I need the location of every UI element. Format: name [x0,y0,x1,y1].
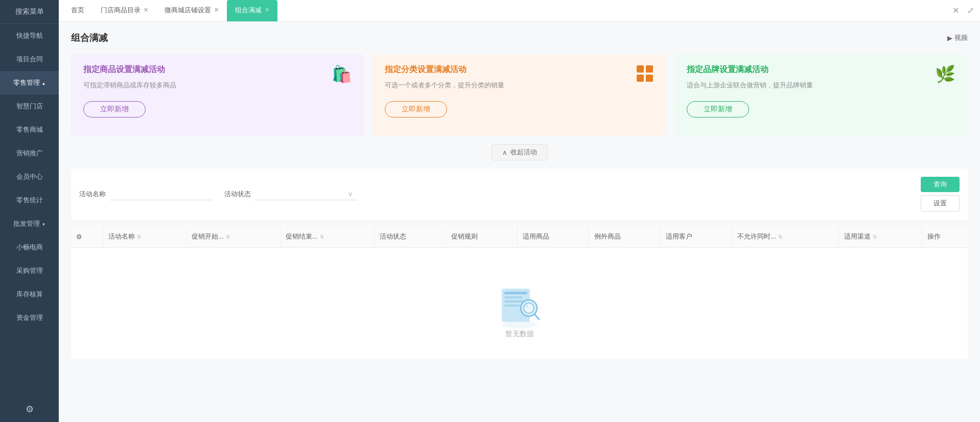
th-exception-goods-label: 例外商品 [594,232,621,240]
th-promo-rule: 促销规则 [446,226,517,248]
main-area: 首页 门店商品目录 ✕ 微商城店铺设置 ✕ 组合满减 ✕ ✕ ⤢ 组合满减 ▶ … [59,0,980,422]
video-label: 视频 [954,33,968,42]
sort-icon-activity-name: ⇅ [137,234,141,240]
th-applicable-customer-label: 适用客户 [666,232,692,240]
query-button[interactable]: 查询 [921,177,960,192]
card-product-title: 指定商品设置满减活动 [83,64,352,75]
card-category-desc: 可选一个或者多个分类，提升分类的销量 [385,80,654,91]
svg-line-12 [534,314,539,319]
th-applicable-goods: 适用商品 [517,226,589,248]
collapse-activities-btn[interactable]: ∧ 收起活动 [492,144,548,160]
table-body: 暂无数据 [71,248,968,360]
sort-icon-promo-end: ⇅ [320,234,324,240]
video-play-icon: ▶ [947,34,952,42]
sidebar: 搜索菜单 快捷导航 项目合同 零售管理 智慧门店 零售商城 营销推广 会员中心 … [0,0,59,422]
card-product-icon: 🛍️ [332,64,352,84]
filter-activity-status-label: 活动状态 [224,190,251,199]
svg-point-11 [524,303,534,313]
activities-table: ⚙ 活动名称 ⇅ 促销开始... ⇅ [71,226,968,359]
card-product: 指定商品设置满减活动 可指定滞销商品或库存较多商品 🛍️ 立即新增 [71,54,364,136]
sidebar-item-project-contract[interactable]: 项目合同 [0,48,59,71]
card-brand-desc: 适合与上游企业联合做营销，提升品牌销量 [687,80,955,91]
svg-rect-3 [646,75,653,82]
sidebar-item-marketing[interactable]: 营销推广 [0,142,59,165]
empty-state: 暂无数据 [71,248,968,359]
setting-button[interactable]: 设置 [921,195,960,212]
activity-name-input[interactable] [110,188,212,200]
content-area: 组合满减 ▶ 视频 指定商品设置满减活动 可指定滞销商品或库存较多商品 🛍️ 立… [59,21,980,422]
filter-activity-name: 活动名称 [79,188,212,200]
sidebar-item-capital-mgmt[interactable]: 资金管理 [0,306,59,330]
tab-store-catalog[interactable]: 门店商品目录 ✕ [92,0,156,21]
card-category-btn[interactable]: 立即新增 [385,101,447,118]
window-maximize-btn[interactable]: ⤢ [965,6,976,15]
th-promo-end[interactable]: 促销结束... ⇅ [280,226,374,248]
th-applicable-customer: 适用客户 [661,226,732,248]
th-activity-status: 活动状态 [374,226,446,248]
card-category: 指定分类设置满减活动 可选一个或者多个分类，提升分类的销量 立即新增 [372,54,666,136]
tab-combo-discount[interactable]: 组合满减 ✕ [227,0,277,21]
table-header-row: ⚙ 活动名称 ⇅ 促销开始... ⇅ [71,226,968,248]
sidebar-item-retail-mall[interactable]: 零售商城 [0,118,59,142]
table-container: ⚙ 活动名称 ⇅ 促销开始... ⇅ [71,226,968,359]
sort-icon-no-same-time: ⇅ [778,234,782,240]
svg-rect-8 [504,300,525,302]
tab-close-wechat-store[interactable]: ✕ [214,7,219,13]
activity-status-select[interactable]: ∨ [255,188,357,200]
window-close-btn[interactable]: ✕ [950,6,961,15]
card-category-icon [636,64,654,87]
filter-activity-status: 活动状态 ∨ [224,188,357,200]
empty-text: 暂无数据 [505,330,534,339]
sidebar-item-xiaochangec[interactable]: 小畅电商 [0,236,59,259]
page-header: 组合满减 ▶ 视频 [71,32,968,44]
th-exception-goods: 例外商品 [589,226,661,248]
video-link[interactable]: ▶ 视频 [947,33,968,42]
filter-activity-name-label: 活动名称 [79,190,106,199]
collapse-btn-label: 收起活动 [510,148,537,157]
card-brand-btn[interactable]: 立即新增 [687,101,749,118]
card-product-desc: 可指定滞销商品或库存较多商品 [83,80,352,91]
filter-row: 活动名称 活动状态 ∨ 查询 设置 [71,169,968,220]
sidebar-item-purchase-mgmt[interactable]: 采购管理 [0,259,59,283]
collapse-bar: ∧ 收起活动 [71,144,968,160]
th-operation-label: 操作 [927,232,941,240]
sidebar-item-retail-mgmt[interactable]: 零售管理 [0,71,59,95]
page-title: 组合满减 [71,32,108,44]
filter-actions: 查询 设置 [921,177,960,212]
empty-state-row: 暂无数据 [71,248,968,360]
sidebar-item-smart-store[interactable]: 智慧门店 [0,95,59,118]
empty-illustration [489,278,550,330]
th-promo-start-label: 促销开始... [192,232,224,241]
th-no-same-time-label: 不允许同时... [737,232,776,241]
svg-rect-6 [504,292,527,294]
th-promo-start[interactable]: 促销开始... ⇅ [186,226,280,248]
sidebar-settings[interactable]: ⚙ [0,396,59,422]
tab-close-combo-discount[interactable]: ✕ [265,7,269,13]
th-applicable-channel[interactable]: 适用渠道 ⇅ [839,226,922,248]
card-product-btn[interactable]: 立即新增 [83,101,146,118]
tab-close-store-catalog[interactable]: ✕ [144,7,148,13]
sidebar-item-wholesale-mgmt[interactable]: 批发管理 [0,212,59,236]
settings-icon: ⚙ [76,233,82,241]
tab-home[interactable]: 首页 [63,0,92,21]
svg-point-13 [526,305,528,307]
th-operation: 操作 [922,226,968,248]
th-settings[interactable]: ⚙ [71,226,103,248]
card-category-title: 指定分类设置满减活动 [385,64,654,75]
th-promo-end-label: 促销结束... [286,232,318,241]
sidebar-item-inventory[interactable]: 库存核算 [0,283,59,306]
sidebar-item-retail-stats[interactable]: 零售统计 [0,189,59,212]
tab-bar-right: ✕ ⤢ [950,6,976,15]
sort-icon-promo-start: ⇅ [226,234,230,240]
svg-rect-9 [504,304,520,307]
tab-wechat-store[interactable]: 微商城店铺设置 ✕ [156,0,227,21]
th-activity-name[interactable]: 活动名称 ⇅ [103,226,186,248]
th-activity-name-label: 活动名称 [108,232,135,241]
sidebar-item-quick-nav[interactable]: 快捷导航 [0,24,59,48]
th-no-same-time[interactable]: 不允许同时... ⇅ [732,226,839,248]
sort-icon-applicable-channel: ⇅ [873,234,877,240]
th-activity-status-label: 活动状态 [380,232,406,240]
sidebar-search[interactable]: 搜索菜单 [0,0,59,24]
sidebar-item-member-center[interactable]: 会员中心 [0,165,59,189]
card-brand: 指定品牌设置满减活动 适合与上游企业联合做营销，提升品牌销量 🌿 立即新增 [674,54,968,136]
